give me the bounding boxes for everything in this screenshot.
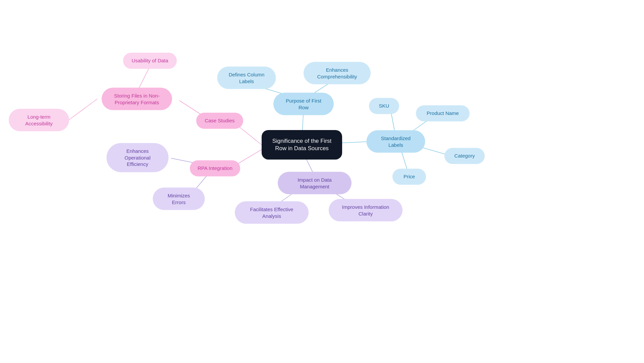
node-enhances-comprehensibility: Enhances Comprehensibility: [304, 62, 371, 84]
node-case-studies: Case Studies: [196, 113, 243, 129]
node-category: Category: [444, 148, 485, 164]
node-impact-data-management: Impact on Data Management: [278, 172, 352, 194]
node-facilitates-analysis: Facilitates Effective Analysis: [235, 201, 309, 224]
node-rpa-integration: RPA Integration: [190, 160, 240, 176]
node-storing-files: Storing Files in Non-Proprietary Formats: [102, 88, 172, 110]
svg-line-14: [69, 99, 97, 120]
node-long-term-accessibility: Long-term Accessibility: [9, 109, 69, 131]
node-purpose-first-row: Purpose of First Row: [273, 93, 334, 115]
center-node: Significance of the First Row in Data So…: [262, 130, 342, 160]
node-minimizes-errors: Minimizes Errors: [153, 188, 205, 210]
node-improves-clarity: Improves Information Clarity: [329, 199, 402, 222]
node-usability-of-data: Usability of Data: [123, 53, 177, 69]
node-standardized-labels: Standardized Labels: [367, 130, 425, 153]
node-defines-column-labels: Defines Column Labels: [217, 67, 276, 89]
node-enhances-operational: Enhances Operational Efficiency: [107, 143, 169, 172]
node-sku: SKU: [369, 98, 399, 114]
node-product-name: Product Name: [416, 105, 470, 121]
node-price: Price: [392, 169, 426, 185]
